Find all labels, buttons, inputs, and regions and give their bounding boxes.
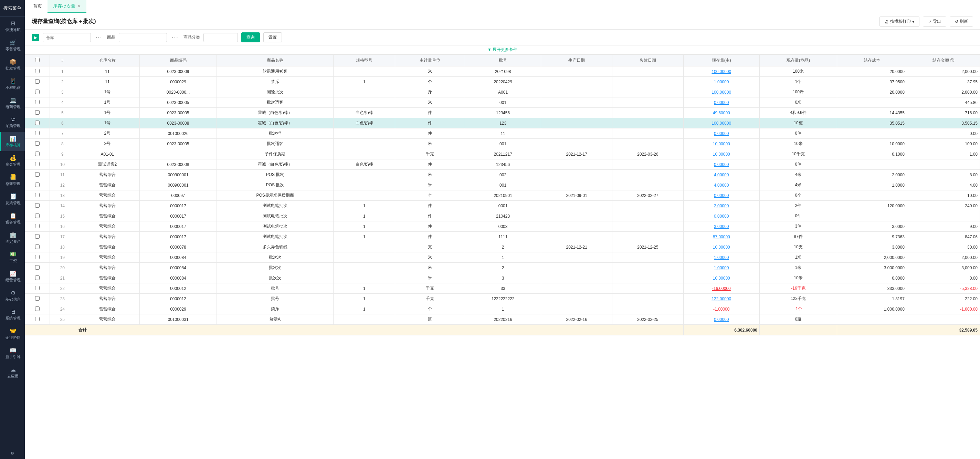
cell-current-qty[interactable]: 4.00000 — [683, 170, 759, 180]
category-select[interactable] — [204, 33, 238, 42]
cell-current-qty[interactable]: 10.00000 — [683, 149, 759, 159]
cell-warehouse: 2号 — [75, 139, 140, 149]
cell-current-qty[interactable]: 49.60000 — [683, 108, 759, 118]
cell-current-qty[interactable]: 87.00000 — [683, 232, 759, 242]
cell-unit-cost: 37.9500 — [837, 77, 907, 87]
cell-checkbox[interactable] — [25, 87, 50, 97]
cell-checkbox[interactable] — [25, 263, 50, 273]
sidebar-item-purchase[interactable]: 🗂 采购管理 — [0, 113, 25, 132]
search-button[interactable]: 查询 — [241, 32, 260, 42]
cell-current-qty[interactable]: 4.00000 — [683, 180, 759, 190]
expand-conditions-button[interactable]: ▼ 展开更多条件 — [487, 47, 517, 53]
refresh-button[interactable]: ↺ 刷新 — [950, 16, 973, 27]
cell-current-qty[interactable]: 3.00000 — [683, 222, 759, 232]
table-row: 4 1号 0023-00005 批次适客 米 001 0.00000 0米 44… — [25, 97, 980, 108]
cell-unit-cost: 3,000.0000 — [837, 263, 907, 273]
cell-total-amount: -5,328.00 — [907, 284, 980, 294]
table-container[interactable]: # 仓库名称 商品编码 商品名称 规格型号 主计量单位 批号 生产日期 失效日期… — [25, 54, 980, 459]
cell-checkbox[interactable] — [25, 149, 50, 159]
cell-current-qty[interactable]: 1.00000 — [683, 252, 759, 263]
print-button[interactable]: 🖨 按模板打印 ▾ — [880, 16, 920, 27]
cell-checkbox[interactable] — [25, 139, 50, 149]
export-button[interactable]: ↗ 导出 — [923, 16, 946, 27]
cell-current-qty[interactable]: 0.00000 — [683, 159, 759, 170]
sidebar-item-retail[interactable]: 🛒 零售管理 — [0, 36, 25, 55]
cell-checkbox[interactable] — [25, 180, 50, 190]
cell-checkbox[interactable] — [25, 77, 50, 87]
cell-current-qty[interactable]: 0.00000 — [683, 314, 759, 325]
select-all-checkbox[interactable] — [35, 58, 40, 62]
cell-checkbox[interactable] — [25, 159, 50, 170]
cell-current-qty[interactable]: 0.00000 — [683, 97, 759, 108]
close-tab-icon[interactable]: ✕ — [78, 4, 81, 9]
cell-goods-name: POS 批次 — [216, 170, 334, 180]
cell-current-qty[interactable]: 100.00000 — [683, 67, 759, 77]
cell-checkbox[interactable] — [25, 314, 50, 325]
sidebar-item-total[interactable]: 📒 总账管理 — [0, 171, 25, 190]
cell-prod-date — [541, 211, 612, 222]
cell-current-qty[interactable]: 0.00000 — [683, 190, 759, 201]
col-checkbox[interactable] — [25, 55, 50, 67]
sidebar-item-assets[interactable]: 💰 资金管理 — [0, 151, 25, 171]
sidebar-item-wholesale[interactable]: 📦 批发管理 — [0, 55, 25, 74]
sidebar-item-base[interactable]: ⚙ 基础信息 — [0, 286, 25, 305]
table-row: 3 1号 0023-0000... 测验批次 斤 A001 100.00000 … — [25, 87, 980, 97]
cell-current-qty[interactable]: 1.00000 — [683, 77, 759, 87]
sidebar-item-new[interactable]: 📖 新手引导 — [0, 344, 25, 363]
cell-current-qty[interactable]: 10.00000 — [683, 273, 759, 284]
sidebar-item-fixed[interactable]: 🏢 固定资产 — [0, 228, 25, 247]
cell-current-qty[interactable]: 10.00000 — [683, 242, 759, 252]
cell-checkbox[interactable] — [25, 67, 50, 77]
sidebar-item-mini-ecom[interactable]: 📱 小程电商 — [0, 74, 25, 94]
sidebar-item-invoice[interactable]: 🧾 发票管理 — [0, 190, 25, 209]
filter-arrow-button[interactable]: ▶ — [32, 34, 39, 41]
cell-current-qty[interactable]: -16.00000 — [683, 284, 759, 294]
sidebar-item-system[interactable]: 🖥 系统管理 — [0, 305, 25, 324]
cell-current-qty[interactable]: 1.00000 — [683, 263, 759, 273]
cell-checkbox[interactable] — [25, 128, 50, 139]
cell-current-qty[interactable]: 100.00000 — [683, 118, 759, 128]
cell-checkbox[interactable] — [25, 232, 50, 242]
cell-current-qty[interactable]: 122.00000 — [683, 294, 759, 304]
cell-checkbox[interactable] — [25, 118, 50, 128]
cell-checkbox[interactable] — [25, 294, 50, 304]
cell-checkbox[interactable] — [25, 222, 50, 232]
cell-checkbox[interactable] — [25, 242, 50, 252]
sidebar-search[interactable]: 搜索菜单 — [0, 0, 25, 16]
cell-current-qty[interactable]: 0.00000 — [683, 128, 759, 139]
sidebar-item-cloud[interactable]: ☁ 云应用 — [0, 363, 25, 382]
sidebar-item-quick-nav[interactable]: ⊞ 快捷导航 — [0, 16, 25, 36]
cell-current-qty[interactable]: 100.00000 — [683, 87, 759, 97]
cell-checkbox[interactable] — [25, 201, 50, 211]
cell-checkbox[interactable] — [25, 252, 50, 263]
warehouse-input[interactable] — [43, 33, 91, 42]
cell-checkbox[interactable] — [25, 170, 50, 180]
sidebar-item-inventory[interactable]: 📊 库存核算 — [0, 132, 25, 151]
tab-inventory-batch[interactable]: 库存批次量 ✕ — [48, 0, 86, 13]
goods-input[interactable] — [119, 33, 167, 42]
cell-current-qty-aux: 122千克 — [759, 294, 837, 304]
cell-checkbox[interactable] — [25, 304, 50, 314]
cell-goods-code: 0000084 — [140, 263, 216, 273]
cell-checkbox[interactable] — [25, 211, 50, 222]
cell-row-num: 4 — [50, 97, 75, 108]
cell-current-qty[interactable]: 0.00000 — [683, 211, 759, 222]
tab-home[interactable]: 首页 — [27, 0, 48, 13]
sidebar-item-manage[interactable]: 📈 经营管理 — [0, 267, 25, 286]
cell-current-qty[interactable]: 2.00000 — [683, 201, 759, 211]
sidebar-item-tax[interactable]: 📋 税务管理 — [0, 209, 25, 228]
cell-checkbox[interactable] — [25, 190, 50, 201]
cell-current-qty[interactable]: -1.00000 — [683, 304, 759, 314]
cell-checkbox[interactable] — [25, 108, 50, 118]
sidebar-item-corp[interactable]: 🤝 企业协同 — [0, 324, 25, 344]
cell-checkbox[interactable] — [25, 273, 50, 284]
cell-checkbox[interactable] — [25, 97, 50, 108]
cell-current-qty[interactable]: 10.00000 — [683, 139, 759, 149]
sidebar-settings[interactable]: ⚙ — [0, 448, 25, 459]
cell-checkbox[interactable] — [25, 284, 50, 294]
manage-icon: 📈 — [10, 270, 16, 277]
cell-prod-date — [541, 118, 612, 128]
set-button[interactable]: 设置 — [263, 32, 282, 42]
sidebar-item-hr[interactable]: 💵 工资 — [0, 247, 25, 267]
sidebar-item-ecom[interactable]: 💻 电商管理 — [0, 94, 25, 113]
